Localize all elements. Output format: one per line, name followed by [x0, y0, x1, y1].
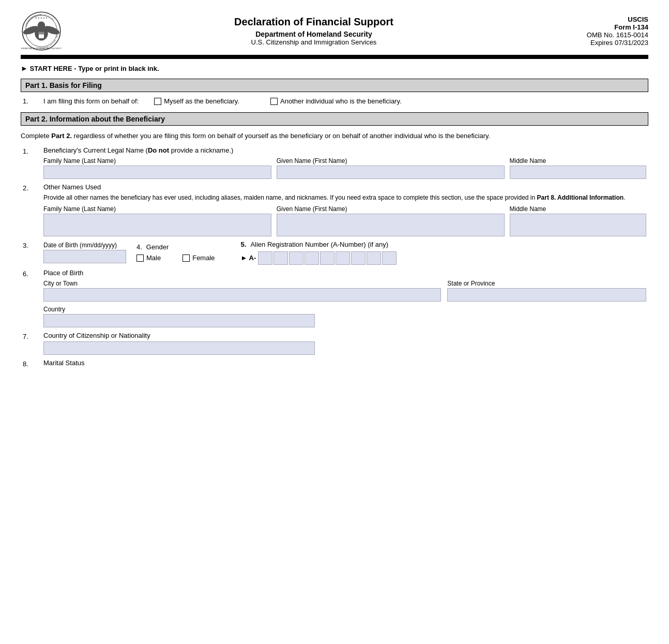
item4-num: 4.	[136, 243, 142, 251]
item6-content: Place of Birth City or Town State or Pro…	[43, 269, 646, 327]
a-cell-7[interactable]	[351, 251, 366, 265]
city-label: City or Town	[43, 280, 441, 287]
family-name-input[interactable]	[43, 166, 271, 179]
myself-beneficiary-option[interactable]: Myself as the beneficiary.	[154, 97, 239, 105]
another-individual-label: Another individual who is the beneficiar…	[280, 97, 402, 105]
a-cell-5[interactable]	[320, 251, 334, 265]
item7-content: Country of Citizenship or Nationality	[43, 332, 646, 355]
city-input[interactable]	[43, 288, 441, 302]
item6-num: 6.	[23, 269, 43, 278]
gender-field: 4. Gender Male Female	[136, 243, 231, 262]
a-cell-4[interactable]	[305, 251, 319, 265]
a-cell-8[interactable]	[367, 251, 381, 265]
other-names-desc: Provide all other names the beneficiary …	[43, 193, 646, 202]
item1-label: I am filing this form on behalf of:	[43, 97, 139, 105]
part2-item2-row: 2. Other Names Used Provide all other na…	[21, 183, 648, 236]
another-individual-checkbox[interactable]	[270, 98, 278, 105]
svg-text:★ ★ ★ ★ ★: ★ ★ ★ ★ ★	[35, 17, 48, 19]
other-middle-name-input[interactable]	[510, 214, 646, 236]
state-label: State or Province	[447, 280, 646, 287]
myself-label: Myself as the beneficiary.	[164, 97, 239, 105]
part2-item8-row: 8. Marital Status	[21, 359, 648, 368]
given-name-label: Given Name (First Name)	[277, 157, 505, 164]
arrow-icon: ►	[21, 64, 28, 72]
part1-section: Part 1. Basis for Filing 1. I am filing …	[21, 79, 648, 105]
omb-number: OMB No. 1615-0014	[566, 31, 648, 39]
item1-num: 1.	[23, 146, 43, 155]
item3-num: 3.	[23, 241, 43, 249]
svg-point-5	[38, 22, 45, 29]
dob-gender-anumber-row: Date of Birth (mm/dd/yyyy) 4. Gender Mal…	[43, 241, 646, 265]
other-family-label: Family Name (Last Name)	[43, 205, 271, 213]
male-label: Male	[146, 254, 161, 262]
start-here-notice: ► START HERE - Type or print in black in…	[21, 64, 648, 72]
header-divider	[21, 55, 648, 59]
part1-item1-row: 1. I am filing this form on behalf of: M…	[21, 97, 648, 105]
other-given-name-field: Given Name (First Name)	[277, 205, 505, 236]
part2-item7-row: 7. Country of Citizenship or Nationality	[21, 332, 648, 355]
item345-content: Date of Birth (mm/dd/yyyy) 4. Gender Mal…	[43, 241, 646, 265]
middle-name-input[interactable]	[510, 166, 646, 179]
dob-label: Date of Birth (mm/dd/yyyy)	[43, 242, 126, 249]
other-family-name-input[interactable]	[43, 214, 271, 236]
a-prefix: ► A-	[241, 254, 256, 262]
other-middle-name-field: Middle Name	[510, 205, 646, 236]
part2-heading: Part 2. Information about the Beneficiar…	[21, 112, 648, 126]
part2-description: Complete Part 2. regardless of whether y…	[21, 131, 648, 141]
dob-field: Date of Birth (mm/dd/yyyy)	[43, 242, 126, 263]
part2-item345-row: 3. Date of Birth (mm/dd/yyyy) 4. Gender	[21, 241, 648, 265]
item8-label: Marital Status	[43, 359, 646, 367]
citizenship-field	[43, 341, 315, 355]
svg-rect-7	[38, 32, 44, 35]
a-cell-1[interactable]	[258, 251, 272, 265]
a-number-cells	[258, 251, 397, 265]
state-input[interactable]	[447, 288, 646, 302]
a-cell-3[interactable]	[289, 251, 303, 265]
a-cell-2[interactable]	[273, 251, 288, 265]
state-field: State or Province	[447, 280, 646, 302]
family-name-field: Family Name (Last Name)	[43, 157, 271, 179]
a-cell-6[interactable]	[336, 251, 350, 265]
start-here-text: START HERE - Type or print in black ink.	[29, 65, 159, 72]
middle-name-field: Middle Name	[510, 157, 646, 179]
item7-label: Country of Citizenship or Nationality	[43, 332, 646, 339]
country-field: Country	[43, 306, 315, 327]
given-name-field: Given Name (First Name)	[277, 157, 505, 179]
citizenship-input[interactable]	[43, 341, 315, 355]
city-state-row: City or Town State or Province	[43, 280, 646, 302]
other-names-fields: Family Name (Last Name) Given Name (Firs…	[43, 205, 646, 236]
female-option[interactable]: Female	[183, 254, 215, 262]
item8-num: 8.	[23, 359, 43, 368]
other-given-name-input[interactable]	[277, 214, 505, 236]
item2-label: Other Names Used	[43, 183, 646, 191]
other-given-label: Given Name (First Name)	[277, 205, 505, 213]
item1-content: Beneficiary's Current Legal Name (Do not…	[43, 146, 646, 179]
a-cell-9[interactable]	[382, 251, 397, 265]
uscis-label: USCIS	[566, 16, 648, 23]
family-name-label: Family Name (Last Name)	[43, 157, 271, 164]
given-name-input[interactable]	[277, 166, 505, 179]
item5-num: 5.	[241, 241, 247, 248]
item7-num: 7.	[23, 332, 43, 340]
page-header: ★ ★ ★ ★ ★ DEPARTMENT OF HOMELAND SECURIT…	[21, 10, 648, 52]
header-title-block: Declaration of Financial Support Departm…	[62, 16, 566, 46]
female-label: Female	[192, 254, 215, 262]
a-number-input-row: ► A-	[241, 251, 646, 265]
gender-options: Male Female	[136, 254, 231, 262]
country-label: Country	[43, 306, 315, 313]
item1-number: 1.	[23, 97, 43, 105]
male-checkbox[interactable]	[136, 254, 144, 262]
female-checkbox[interactable]	[183, 254, 190, 262]
part2-item1-row: 1. Beneficiary's Current Legal Name (Do …	[21, 146, 648, 179]
country-input[interactable]	[43, 314, 315, 327]
part2-section: Part 2. Information about the Beneficiar…	[21, 112, 648, 368]
other-family-name-field: Family Name (Last Name)	[43, 205, 271, 236]
another-individual-option[interactable]: Another individual who is the beneficiar…	[270, 97, 402, 105]
dept-name: Department of Homeland Security	[62, 30, 566, 38]
item2-num: 2.	[23, 183, 43, 192]
gender-label: Gender	[146, 243, 169, 251]
dob-input[interactable]	[43, 250, 126, 263]
male-option[interactable]: Male	[136, 254, 161, 262]
myself-checkbox[interactable]	[154, 98, 161, 105]
item2-content: Other Names Used Provide all other names…	[43, 183, 646, 236]
